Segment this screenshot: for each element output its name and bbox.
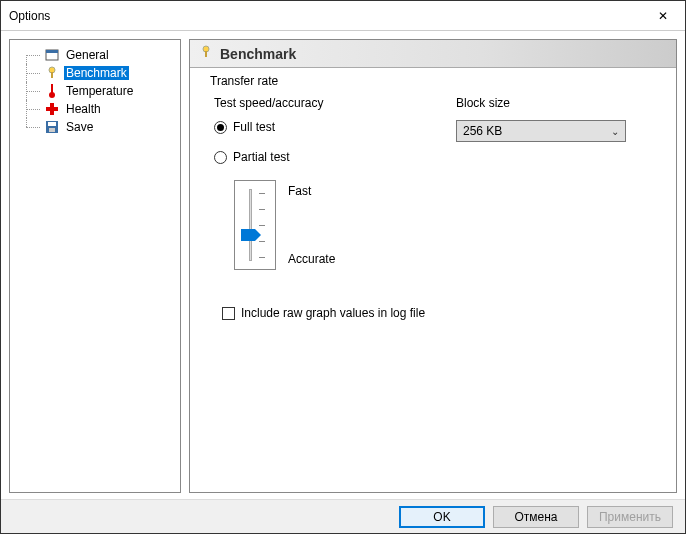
tree-item-general[interactable]: General [10, 46, 180, 64]
button-label: OK [433, 510, 450, 524]
group-legend: Transfer rate [208, 74, 658, 96]
slider-tick [259, 209, 265, 210]
close-button[interactable]: ✕ [640, 1, 685, 31]
category-tree: General Benchmark Temperature [9, 39, 181, 493]
slider-tick [259, 257, 265, 258]
slider-labels: Fast Accurate [288, 180, 335, 270]
thermometer-icon [44, 83, 60, 99]
tree-item-benchmark[interactable]: Benchmark [10, 64, 180, 82]
cancel-button[interactable]: Отмена [493, 506, 579, 528]
svg-rect-7 [46, 107, 58, 111]
tree-label: Temperature [64, 84, 135, 98]
tree-connector [20, 46, 44, 64]
tree-label: General [64, 48, 111, 62]
slider-fast-label: Fast [288, 184, 335, 198]
slider-rail [249, 189, 252, 261]
tree-label: Health [64, 102, 103, 116]
speed-col: Test speed/accuracy Full test Partial te… [214, 96, 416, 270]
tree-label: Save [64, 120, 95, 134]
general-icon [44, 47, 60, 63]
svg-rect-10 [49, 128, 55, 132]
two-col: Test speed/accuracy Full test Partial te… [208, 96, 658, 270]
blocksize-col: Block size 256 KB ⌄ [456, 96, 658, 270]
ok-button[interactable]: OK [399, 506, 485, 528]
close-icon: ✕ [658, 9, 668, 23]
full-test-radio[interactable]: Full test [214, 120, 416, 134]
benchmark-icon [44, 65, 60, 81]
tree-item-save[interactable]: Save [10, 118, 180, 136]
slider-tick [259, 225, 265, 226]
tree-connector [20, 64, 44, 82]
accuracy-slider[interactable] [234, 180, 276, 270]
save-icon [44, 119, 60, 135]
block-size-label: Block size [456, 96, 658, 110]
svg-rect-1 [46, 50, 58, 53]
checkbox-icon [222, 307, 235, 320]
button-label: Применить [599, 510, 661, 524]
health-icon [44, 101, 60, 117]
svg-point-5 [49, 92, 55, 98]
include-raw-checkbox[interactable]: Include raw graph values in log file [208, 306, 658, 320]
slider-thumb-icon [241, 229, 261, 244]
benchmark-icon [198, 44, 214, 63]
slider-tick [259, 193, 265, 194]
slider-accurate-label: Accurate [288, 252, 335, 266]
radio-label: Full test [233, 120, 275, 134]
select-value: 256 KB [463, 124, 502, 138]
transfer-rate-group: Transfer rate Test speed/accuracy Full t… [198, 68, 668, 334]
svg-rect-3 [51, 72, 53, 78]
tree-connector [20, 100, 44, 118]
chevron-down-icon: ⌄ [611, 126, 619, 137]
block-size-select[interactable]: 256 KB ⌄ [456, 120, 626, 142]
svg-rect-12 [205, 51, 207, 57]
tree-connector [20, 118, 44, 136]
tree-label: Benchmark [64, 66, 129, 80]
tree-connector [20, 82, 44, 100]
window-title: Options [9, 9, 50, 23]
checkbox-label: Include raw graph values in log file [241, 306, 425, 320]
dialog-body: General Benchmark Temperature [1, 31, 685, 501]
radio-icon [214, 151, 227, 164]
options-window: Options ✕ General Benchmark [0, 0, 686, 534]
svg-rect-4 [51, 84, 53, 93]
section-title: Benchmark [220, 46, 296, 62]
tree-item-health[interactable]: Health [10, 100, 180, 118]
section-header: Benchmark [190, 40, 676, 68]
speed-accuracy-label: Test speed/accuracy [214, 96, 416, 110]
apply-button[interactable]: Применить [587, 506, 673, 528]
tree-item-temperature[interactable]: Temperature [10, 82, 180, 100]
partial-test-radio[interactable]: Partial test [214, 150, 416, 164]
titlebar: Options ✕ [1, 1, 685, 31]
content-panel: Benchmark Transfer rate Test speed/accur… [189, 39, 677, 493]
button-label: Отмена [514, 510, 557, 524]
svg-rect-9 [48, 122, 56, 126]
svg-marker-13 [241, 229, 261, 241]
radio-label: Partial test [233, 150, 290, 164]
accuracy-slider-block: Fast Accurate [214, 180, 416, 270]
radio-icon [214, 121, 227, 134]
button-bar: OK Отмена Применить [1, 499, 685, 533]
